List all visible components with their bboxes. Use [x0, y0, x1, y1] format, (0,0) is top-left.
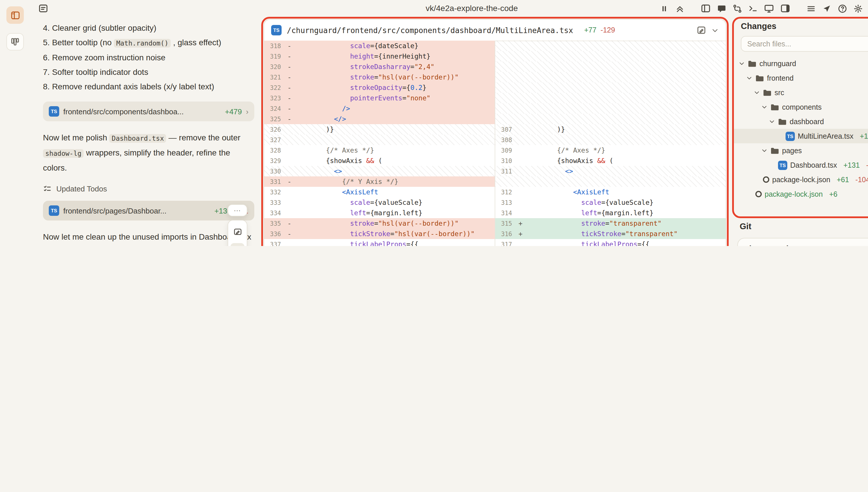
- diff-row: 322- strokeOpacity={0.2}: [264, 82, 726, 93]
- panel-left-icon[interactable]: [701, 3, 711, 13]
- removed-lines-count: -233: [866, 161, 868, 169]
- tree-item[interactable]: churnguard: [734, 56, 868, 71]
- folder-icon: [748, 60, 756, 67]
- typescript-icon: TS: [49, 205, 59, 216]
- file-diff-chip[interactable]: TS frontend/src/pages/Dashboar... +130 -…: [43, 201, 254, 220]
- tree-item[interactable]: package-lock.json+61-104: [734, 172, 868, 187]
- json-file-icon: [755, 191, 762, 197]
- search-files-box[interactable]: [741, 36, 868, 52]
- diff-row: 332 <AxisLeft312 <AxisLeft: [264, 187, 726, 197]
- added-lines-count: +77: [584, 26, 596, 34]
- tree-item[interactable]: TSMultiLineArea.tsx+110-16: [734, 129, 868, 143]
- tree-item[interactable]: dashboard: [734, 114, 868, 129]
- changes-panel: Changes churnguardfrontendsrccomponentsd…: [734, 19, 868, 217]
- chevrons-up-icon[interactable]: [675, 4, 684, 13]
- assistant-message: Now let me clean up the unused imports i…: [43, 230, 254, 246]
- diff-file-path: /churnguard/frontend/src/components/dash…: [287, 26, 573, 34]
- settings-gear-icon[interactable]: [853, 4, 863, 13]
- removed-lines-count: -104: [855, 175, 868, 183]
- git-section-title: Git: [740, 222, 751, 231]
- annotate-button[interactable]: [231, 224, 244, 239]
- diff-view-mode-icon[interactable]: [697, 26, 706, 35]
- tree-item-label: churnguard: [759, 59, 796, 68]
- tree-item-label: Dashboard.tsx: [790, 161, 837, 169]
- tree-item-label: components: [782, 103, 822, 111]
- diff-row: 336- tickStroke="hsl(var(--border))"316+…: [264, 228, 726, 239]
- diff-row: 320- strokeDasharray="2,4": [264, 62, 726, 72]
- app-window: vk/4e2a-explore-the-code ★2: [0, 0, 868, 246]
- terminal-icon[interactable]: [748, 4, 758, 13]
- diff-row: 335- stroke="hsl(var(--border))"315+ str…: [264, 218, 726, 228]
- chevron-right-icon: ›: [246, 107, 249, 116]
- todo-list-item: 5. Better tooltip (no Math.random() , gl…: [43, 35, 254, 50]
- removed-lines-count: -129: [601, 26, 615, 34]
- diff-row: 318- scale={dateScale}: [264, 41, 726, 51]
- diff-row: 326 )}307 )}: [264, 124, 726, 134]
- diff-row: 324- />: [264, 103, 726, 114]
- panel-right-icon[interactable]: [780, 3, 790, 13]
- chevron-down-icon[interactable]: [769, 118, 775, 125]
- folder-icon: [763, 89, 772, 96]
- tree-item-label: package-lock.json: [765, 190, 823, 198]
- help-icon[interactable]: [838, 4, 847, 13]
- diff-row: 327308: [264, 134, 726, 145]
- tree-item-label: frontend: [767, 74, 794, 82]
- typescript-icon: TS: [778, 161, 787, 170]
- diff-row: 334 left={margin.left}314 left={margin.l…: [264, 208, 726, 218]
- json-file-icon: [763, 176, 769, 183]
- tree-item-label: src: [775, 89, 784, 97]
- git-compare-icon[interactable]: [733, 4, 742, 13]
- diff-header: TS /churnguard/frontend/src/components/d…: [264, 20, 726, 41]
- left-rail: ★22k 346: [0, 0, 30, 246]
- search-files-input[interactable]: [746, 39, 868, 48]
- more-options-button[interactable]: ⋯: [228, 204, 247, 216]
- assistant-message: Now let me polish Dashboard.tsx — remove…: [43, 130, 254, 175]
- diff-row: 319- height={innerHeight}: [264, 51, 726, 62]
- tree-item[interactable]: src: [734, 85, 868, 100]
- tree-item[interactable]: pages: [734, 143, 868, 158]
- kanban-board-button[interactable]: [6, 33, 24, 50]
- tree-item[interactable]: package-lock.json+6: [734, 187, 868, 201]
- chevron-down-icon[interactable]: [711, 26, 719, 34]
- typescript-icon: TS: [49, 106, 59, 117]
- inline-code: Math.random(): [114, 39, 171, 47]
- chevron-down-icon[interactable]: [754, 89, 760, 96]
- added-lines-count: +131: [843, 161, 860, 169]
- tree-item[interactable]: frontend: [734, 71, 868, 85]
- topbar: vk/4e2a-explore-the-code: [0, 0, 868, 16]
- chevron-down-icon[interactable]: [738, 60, 745, 67]
- menu-icon[interactable]: [806, 4, 816, 13]
- chat-bubble-icon[interactable]: [717, 4, 726, 13]
- changes-title: Changes: [741, 22, 777, 31]
- todo-list-item: 6. Remove zoom instruction noise: [43, 50, 254, 65]
- folder-icon: [771, 103, 779, 111]
- right-column: Git churnguard main ⌄ 1 … Open: [733, 218, 868, 246]
- updated-todos-row[interactable]: Updated Todos: [43, 184, 254, 193]
- pointer-share-icon[interactable]: [822, 4, 831, 13]
- diff-row: 337 tickLabelProps={{317 tickLabelProps=…: [264, 239, 726, 246]
- chevron-down-icon[interactable]: [746, 75, 752, 81]
- tree-item-label: dashboard: [790, 118, 824, 126]
- compose-icon[interactable]: [38, 3, 48, 13]
- monitor-icon[interactable]: [764, 3, 774, 13]
- workspace-panel-button[interactable]: [6, 6, 24, 24]
- chevron-down-icon[interactable]: [761, 104, 768, 110]
- git-card: churnguard main ⌄ 1 … Open PR #7: [737, 238, 868, 246]
- copy-button[interactable]: [231, 243, 244, 246]
- tree-item[interactable]: components: [734, 100, 868, 114]
- inline-code: Dashboard.tsx: [110, 134, 166, 143]
- chevron-down-icon[interactable]: [761, 147, 768, 154]
- diff-rows: 318- scale={dateScale}319- height={inner…: [264, 41, 726, 246]
- pause-icon[interactable]: [660, 4, 669, 13]
- added-lines-count: +110: [860, 132, 868, 140]
- tree-item[interactable]: TSDashboard.tsx+131-233: [734, 158, 868, 172]
- diff-row: 331- {/* Y Axis */}: [264, 176, 726, 187]
- tree-item-label: pages: [782, 147, 802, 155]
- diff-row: 333 scale={valueScale}313 scale={valueSc…: [264, 197, 726, 208]
- typescript-icon: TS: [271, 25, 282, 35]
- changes-file-tree: churnguardfrontendsrccomponentsdashboard…: [734, 56, 868, 201]
- diff-row: 330 <>311 <>: [264, 166, 726, 176]
- typescript-icon: TS: [785, 131, 795, 141]
- tree-item-label: MultiLineArea.tsx: [798, 132, 853, 140]
- file-diff-chip[interactable]: TS frontend/src/components/dashboa... +4…: [43, 101, 254, 121]
